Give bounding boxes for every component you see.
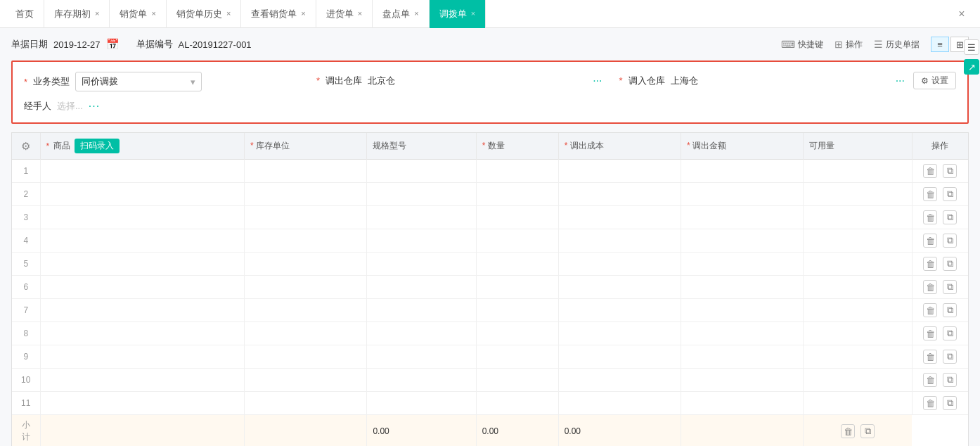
row-quantity[interactable] <box>476 206 558 229</box>
row-cost[interactable] <box>558 322 681 345</box>
row-unit[interactable] <box>245 345 367 369</box>
delete-row-icon[interactable]: 🗑 <box>923 257 937 271</box>
row-cost[interactable] <box>558 253 681 276</box>
calendar-icon[interactable]: 📅 <box>106 38 120 51</box>
row-spec[interactable] <box>367 369 476 392</box>
delete-row-icon[interactable]: 🗑 <box>923 350 937 364</box>
sidebar-notes-icon[interactable]: ☰ <box>964 39 979 55</box>
row-cost[interactable] <box>558 369 681 392</box>
row-amount[interactable] <box>681 392 804 415</box>
shortcuts-btn[interactable]: ⌨ 快捷键 <box>781 39 823 51</box>
operations-btn[interactable]: ⊞ 操作 <box>834 39 863 51</box>
table-gear-icon[interactable]: ⚙ <box>21 140 30 152</box>
delete-row-icon[interactable]: 🗑 <box>923 164 937 178</box>
row-available[interactable] <box>804 369 912 392</box>
delete-row-icon[interactable]: 🗑 <box>923 210 937 224</box>
delete-row-icon[interactable]: 🗑 <box>923 396 937 410</box>
row-product[interactable] <box>40 206 245 229</box>
row-unit[interactable] <box>245 276 367 299</box>
tab-inventory-init[interactable]: 库存期初 × <box>44 0 110 28</box>
row-product[interactable] <box>40 299 245 322</box>
row-product[interactable] <box>40 160 245 183</box>
row-amount[interactable] <box>681 369 804 392</box>
row-product[interactable] <box>40 253 245 276</box>
row-product[interactable] <box>40 322 245 345</box>
close-inventory-init[interactable]: × <box>95 10 99 18</box>
row-cost[interactable] <box>558 229 681 253</box>
row-cost[interactable] <box>558 206 681 229</box>
row-available[interactable] <box>804 299 912 322</box>
row-unit[interactable] <box>245 160 367 183</box>
tab-transfer-order[interactable]: 调拨单 × <box>430 0 486 28</box>
scan-entry-btn[interactable]: 扫码录入 <box>75 139 120 153</box>
handler-placeholder[interactable]: 选择... <box>57 100 83 113</box>
copy-row-icon[interactable]: ⧉ <box>943 280 957 294</box>
row-spec[interactable] <box>367 160 476 183</box>
row-available[interactable] <box>804 206 912 229</box>
row-spec[interactable] <box>367 392 476 415</box>
row-spec[interactable] <box>367 299 476 322</box>
copy-row-icon[interactable]: ⧉ <box>943 303 957 317</box>
row-spec[interactable] <box>367 276 476 299</box>
settings-btn[interactable]: ⚙ 设置 <box>913 72 956 89</box>
row-unit[interactable] <box>245 253 367 276</box>
row-quantity[interactable] <box>476 276 558 299</box>
row-quantity[interactable] <box>476 299 558 322</box>
copy-row-icon[interactable]: ⧉ <box>943 326 957 340</box>
row-amount[interactable] <box>681 229 804 253</box>
row-amount[interactable] <box>681 206 804 229</box>
close-sales-history[interactable]: × <box>226 10 231 18</box>
row-available[interactable] <box>804 160 912 183</box>
row-unit[interactable] <box>245 206 367 229</box>
tab-sales-order[interactable]: 销货单 × <box>110 0 166 28</box>
row-quantity[interactable] <box>476 322 558 345</box>
tab-inventory-check[interactable]: 盘点单 × <box>373 0 429 28</box>
row-spec[interactable] <box>367 345 476 369</box>
row-spec[interactable] <box>367 253 476 276</box>
row-available[interactable] <box>804 392 912 415</box>
copy-row-icon[interactable]: ⧉ <box>943 373 957 387</box>
row-quantity[interactable] <box>476 345 558 369</box>
row-unit[interactable] <box>245 392 367 415</box>
row-quantity[interactable] <box>476 392 558 415</box>
delete-row-icon[interactable]: 🗑 <box>923 303 937 317</box>
copy-row-icon[interactable]: ⧉ <box>943 257 957 271</box>
warehouse-out-more-btn[interactable]: ··· <box>593 75 602 87</box>
row-unit[interactable] <box>245 183 367 206</box>
row-quantity[interactable] <box>476 369 558 392</box>
row-amount[interactable] <box>681 160 804 183</box>
row-quantity[interactable] <box>476 160 558 183</box>
row-available[interactable] <box>804 322 912 345</box>
row-amount[interactable] <box>681 299 804 322</box>
tab-sales-history[interactable]: 销货单历史 × <box>167 0 241 28</box>
tab-purchase-order[interactable]: 进货单 × <box>316 0 373 28</box>
delete-row-icon[interactable]: 🗑 <box>923 373 937 387</box>
window-close-btn[interactable]: × <box>949 1 974 27</box>
copy-row-icon[interactable]: ⧉ <box>943 187 957 201</box>
copy-row-icon[interactable]: ⧉ <box>943 234 957 248</box>
row-product[interactable] <box>40 276 245 299</box>
delete-row-icon[interactable]: 🗑 <box>923 326 937 340</box>
row-product[interactable] <box>40 345 245 369</box>
tab-home[interactable]: 首页 <box>6 0 44 28</box>
close-inventory-check[interactable]: × <box>414 10 418 18</box>
row-unit[interactable] <box>245 369 367 392</box>
row-available[interactable] <box>804 345 912 369</box>
subtotal-copy-icon[interactable]: ⧉ <box>860 424 875 438</box>
row-cost[interactable] <box>558 276 681 299</box>
tab-view-sales[interactable]: 查看销货单 × <box>241 0 316 28</box>
row-available[interactable] <box>804 276 912 299</box>
view-list-btn[interactable]: ≡ <box>931 37 949 52</box>
close-transfer-order[interactable]: × <box>471 10 475 18</box>
row-cost[interactable] <box>558 183 681 206</box>
copy-row-icon[interactable]: ⧉ <box>943 396 957 410</box>
sidebar-expand-icon[interactable]: ↗ <box>964 59 979 75</box>
row-spec[interactable] <box>367 322 476 345</box>
row-unit[interactable] <box>245 322 367 345</box>
row-product[interactable] <box>40 229 245 253</box>
row-amount[interactable] <box>681 345 804 369</box>
copy-row-icon[interactable]: ⧉ <box>943 350 957 364</box>
warehouse-in-more-btn[interactable]: ··· <box>896 75 905 87</box>
close-view-sales[interactable]: × <box>301 10 305 18</box>
subtotal-delete-icon[interactable]: 🗑 <box>841 424 855 438</box>
